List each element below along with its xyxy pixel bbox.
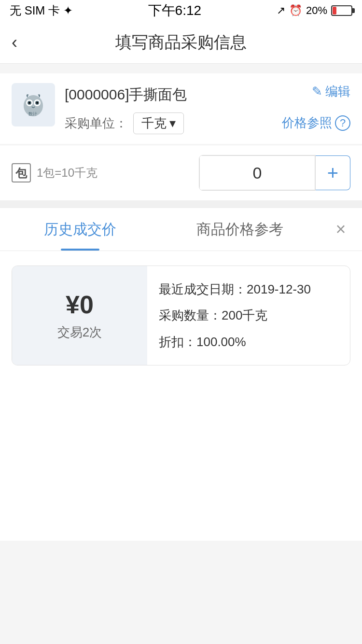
product-owl-icon: 数计	[19, 90, 48, 119]
history-card-left: ¥0 交易2次	[12, 266, 147, 365]
history-quantity-row: 采购数量：200千克	[159, 307, 338, 324]
svg-text:数计: 数计	[28, 112, 37, 116]
edit-button[interactable]: ✎ 编辑	[312, 83, 350, 100]
history-discount-row: 折扣：100.00%	[159, 333, 338, 350]
battery-percent: 20%	[306, 4, 327, 17]
unit-label-text: 采购单位：	[65, 115, 127, 132]
status-right: ↗ ⏰ 20%	[277, 4, 352, 17]
signal-text: 无 SIM 卡 ✦	[10, 3, 73, 18]
tab-history-price[interactable]: 历史成交价	[0, 208, 160, 251]
product-info: [0000006]手撕面包 采购单位： 千克 ▾	[65, 83, 187, 134]
edit-icon: ✎	[312, 84, 322, 99]
main-content: ¥0 交易2次 最近成交日期：2019-12-30 采购数量：200千克 折扣：…	[0, 251, 362, 541]
dropdown-icon: ▾	[169, 116, 176, 131]
product-thumbnail: 数计	[12, 83, 55, 126]
history-discount-label: 折扣：	[159, 335, 196, 349]
product-card: 数计 [0000006]手撕面包 采购单位： 千克 ▾ ✎ 编辑	[0, 73, 362, 144]
unit-conversion: 1包=10千克	[37, 165, 97, 181]
tab-product-price-ref[interactable]: 商品价格参考	[160, 208, 320, 251]
history-card: ¥0 交易2次 最近成交日期：2019-12-30 采购数量：200千克 折扣：…	[12, 266, 350, 365]
tab-close-button[interactable]: ×	[320, 208, 362, 251]
history-price: ¥0	[66, 290, 94, 319]
quantity-plus-button[interactable]: +	[316, 155, 350, 190]
product-unit-row: 采购单位： 千克 ▾	[65, 112, 187, 134]
history-date-row: 最近成交日期：2019-12-30	[159, 280, 338, 298]
history-quantity-value: 200千克	[222, 308, 267, 322]
quantity-control: +	[199, 155, 350, 191]
history-quantity-label: 采购数量：	[159, 308, 222, 322]
help-icon: ?	[335, 115, 350, 131]
unit-label: 包 1包=10千克	[12, 163, 97, 182]
product-left: 数计 [0000006]手撕面包 采购单位： 千克 ▾	[12, 83, 187, 134]
price-reference-button[interactable]: 价格参照 ?	[282, 114, 350, 131]
product-header: 数计 [0000006]手撕面包 采购单位： 千克 ▾ ✎ 编辑	[12, 83, 350, 134]
back-button[interactable]: ‹	[12, 32, 17, 53]
history-date-label: 最近成交日期：	[159, 282, 247, 296]
history-discount-value: 100.00%	[196, 335, 246, 349]
product-actions: ✎ 编辑 价格参照 ?	[282, 83, 350, 131]
back-icon: ‹	[12, 32, 17, 52]
tab-active-indicator	[61, 249, 99, 251]
nav-bar: ‹ 填写商品采购信息	[0, 21, 362, 64]
page-title: 填写商品采购信息	[115, 31, 247, 54]
battery-icon	[331, 5, 352, 16]
history-trades: 交易2次	[57, 324, 102, 341]
history-section: ¥0 交易2次 最近成交日期：2019-12-30 采购数量：200千克 折扣：…	[0, 251, 362, 380]
unit-select[interactable]: 千克 ▾	[133, 112, 184, 134]
history-date-value: 2019-12-30	[247, 282, 311, 296]
section-divider	[0, 200, 362, 208]
location-icon: ↗	[277, 4, 285, 17]
quantity-input[interactable]	[199, 155, 315, 190]
unit-box: 包	[12, 163, 31, 182]
product-name: [0000006]手撕面包	[65, 85, 187, 105]
alarm-icon: ⏰	[289, 4, 302, 17]
status-bar: 无 SIM 卡 ✦ 下午6:12 ↗ ⏰ 20%	[0, 0, 362, 21]
qty-input-wrapper	[199, 155, 316, 191]
svg-point-5	[28, 102, 30, 104]
status-time: 下午6:12	[148, 1, 202, 20]
status-left: 无 SIM 卡 ✦	[10, 3, 73, 18]
svg-point-6	[36, 102, 38, 104]
quantity-row: 包 1包=10千克 +	[0, 145, 362, 200]
tabs-container: 历史成交价 商品价格参考 ×	[0, 208, 362, 251]
history-card-right: 最近成交日期：2019-12-30 采购数量：200千克 折扣：100.00%	[147, 266, 350, 365]
